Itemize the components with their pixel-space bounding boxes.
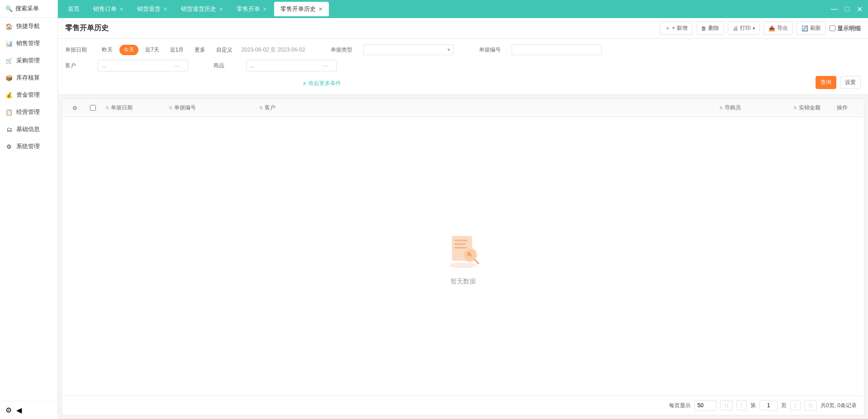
sidebar-item-basic-info[interactable]: 🗂 基础信息 (0, 121, 57, 138)
select-all-checkbox[interactable] (90, 105, 96, 111)
collapse-sidebar-icon[interactable]: ◀ (16, 406, 22, 414)
table-col-amount[interactable]: ⇅ 实销金额 (770, 104, 824, 112)
tab-retail-open[interactable]: 零售开单 ✕ (230, 2, 273, 16)
refresh-button[interactable]: 🔄 刷新 (797, 22, 826, 35)
total-info: 共0页, 0条记录 (821, 402, 857, 410)
tab-sales-order[interactable]: 销售订单 ✕ (87, 2, 130, 16)
tab-sales-return-history-close[interactable]: ✕ (219, 6, 223, 12)
delete-button[interactable]: 🗑 删除 (696, 22, 724, 35)
table-settings-col[interactable]: ⚙ (66, 105, 84, 111)
col-billno-label: 单据编号 (174, 104, 196, 112)
date-btn-today[interactable]: 今天 (119, 45, 138, 55)
date-filter-buttons: 昨天 今天 近7天 近1月 更多 自定义 2023-06-02 至 2023-0… (98, 45, 305, 55)
display-detail-toggle[interactable]: 显示明细 (830, 24, 861, 33)
window-close-icon[interactable]: ✕ (855, 5, 864, 14)
window-minimize-icon[interactable]: — (829, 5, 840, 13)
delete-icon: 🗑 (701, 25, 707, 32)
page-next-button[interactable]: ⟩ (790, 400, 801, 410)
col-date-label: 单据日期 (111, 104, 133, 112)
goods-filter-input[interactable] (250, 62, 323, 69)
type-filter-select[interactable] (363, 44, 454, 55)
table-col-customer[interactable]: ⇅ 客户 (256, 104, 716, 112)
sidebar-item-operations[interactable]: 📋 经营管理 (0, 104, 57, 121)
svg-point-9 (470, 255, 472, 257)
tab-bar: 首页 销售订单 ✕ 销货退货 ✕ 销货退货历史 ✕ 零售开单 ✕ 零售开单历史 … (58, 0, 868, 18)
table-container: ⚙ ⇅ 单据日期 ⇅ 单据编号 ⇅ 客户 ⇅ 导购员 ⇅ (62, 99, 864, 415)
filter-area: 单据日期 昨天 今天 近7天 近1月 更多 自定义 2023-06-02 至 2… (58, 39, 868, 95)
sidebar-item-label: 基础信息 (16, 125, 40, 133)
query-label: 查询 (821, 79, 831, 86)
goods-filter-wrapper: ··· (246, 60, 337, 71)
settings-filter-button[interactable]: 设置 (840, 76, 861, 89)
per-page-select[interactable]: 20 50 100 (694, 400, 716, 410)
window-maximize-icon[interactable]: □ (843, 5, 851, 13)
toolbar: 零售开单历史 ＋ + 新增 🗑 删除 🖨 打印 ▾ 📤 导出 🔄 刷新 显示明细 (58, 18, 868, 39)
print-button[interactable]: 🖨 打印 ▾ (728, 22, 760, 35)
sidebar-item-label: 系统管理 (16, 142, 40, 151)
export-button[interactable]: 📤 导出 (764, 22, 793, 35)
filter-row-customer: 客户 ··· 商品 ··· (65, 60, 861, 71)
sidebar-item-purchase-mgmt[interactable]: 🛒 采购管理 (0, 52, 57, 69)
purchase-icon: 🛒 (5, 57, 13, 64)
col-billno-sort-icon: ⇅ (169, 105, 172, 110)
tab-sales-return[interactable]: 销货退货 ✕ (131, 2, 174, 16)
date-btn-yesterday[interactable]: 昨天 (98, 45, 117, 55)
customer-filter-wrapper: ··· (98, 60, 188, 71)
sidebar-item-label: 库存核算 (16, 74, 40, 82)
sidebar-item-inventory[interactable]: 📦 库存核算 (0, 69, 57, 86)
sidebar-item-quick-nav[interactable]: 🏠 快捷导航 (0, 18, 57, 35)
collapse-filter-button[interactable]: ∧ 收起更多条件 (303, 80, 341, 87)
add-button[interactable]: ＋ + 新增 (660, 22, 693, 35)
tab-retail-open-history[interactable]: 零售开单历史 ✕ (274, 2, 329, 16)
sales-icon: 📊 (5, 40, 13, 47)
settings-icon[interactable]: ⚙ (5, 406, 12, 414)
page-first-button[interactable]: ⟨⟨ (720, 400, 733, 410)
print-label: 打印 (740, 24, 751, 32)
page-suffix: 页 (781, 402, 787, 410)
sidebar-item-sales-mgmt[interactable]: 📊 销售管理 (0, 35, 57, 52)
sidebar-item-sys-mgmt[interactable]: ⚙ 系统管理 (0, 138, 57, 155)
tab-sales-order-close[interactable]: ✕ (119, 6, 123, 12)
per-page-label: 每页显示 (669, 402, 691, 410)
table-col-date[interactable]: ⇅ 单据日期 (102, 104, 165, 112)
date-btn-1month[interactable]: 近1月 (166, 45, 188, 55)
sidebar-item-label: 快捷导航 (16, 22, 40, 30)
date-btn-7days[interactable]: 近7天 (141, 45, 163, 55)
tab-bar-right: — □ ✕ (829, 5, 864, 14)
type-filter-wrapper (363, 44, 454, 55)
table-checkbox-col[interactable] (84, 105, 102, 111)
tab-sales-return-history[interactable]: 销货退货历史 ✕ (175, 2, 229, 16)
customer-filter-input[interactable] (102, 62, 174, 69)
tab-retail-open-close[interactable]: ✕ (263, 6, 267, 12)
query-button[interactable]: 查询 (816, 76, 836, 89)
page-number-input[interactable] (759, 400, 778, 410)
refresh-icon: 🔄 (802, 25, 808, 32)
goods-filter-dots-icon: ··· (323, 62, 328, 69)
display-detail-label: 显示明细 (837, 24, 861, 33)
tab-sales-return-close[interactable]: ✕ (163, 6, 167, 12)
page-last-button[interactable]: ⟩⟩ (804, 400, 817, 410)
sidebar-item-label: 经营管理 (16, 108, 40, 116)
date-btn-more[interactable]: 更多 (190, 45, 209, 55)
export-icon: 📤 (768, 25, 775, 32)
page-prev-button[interactable]: ⟨ (736, 400, 747, 410)
sidebar-search[interactable]: 🔍 搜索采单 (0, 0, 57, 18)
settings-filter-label: 设置 (845, 79, 856, 86)
tab-sales-return-history-label: 销货退货历史 (181, 5, 216, 13)
tab-retail-open-history-close[interactable]: ✕ (318, 6, 323, 12)
main-content: 首页 销售订单 ✕ 销货退货 ✕ 销货退货历史 ✕ 零售开单 ✕ 零售开单历史 … (58, 0, 868, 419)
collapse-icon: ∧ (303, 80, 307, 87)
goods-filter-label: 商品 (213, 62, 239, 70)
date-btn-custom[interactable]: 自定义 (212, 45, 237, 55)
table-col-billno[interactable]: ⇅ 单据编号 (165, 104, 256, 112)
table-header: ⚙ ⇅ 单据日期 ⇅ 单据编号 ⇅ 客户 ⇅ 导购员 ⇅ (62, 99, 864, 117)
billno-filter-input[interactable] (512, 44, 602, 55)
table-col-salesperson[interactable]: ⇅ 导购员 (716, 104, 770, 112)
search-icon: 🔍 (5, 5, 13, 12)
display-detail-checkbox[interactable] (830, 25, 835, 31)
sidebar-item-finance[interactable]: 💰 资金管理 (0, 86, 57, 104)
col-amount-label: 实销金额 (799, 104, 821, 112)
col-amount-sort-icon: ⇅ (793, 105, 797, 110)
tab-home[interactable]: 首页 (62, 2, 86, 16)
operations-icon: 📋 (5, 108, 13, 116)
